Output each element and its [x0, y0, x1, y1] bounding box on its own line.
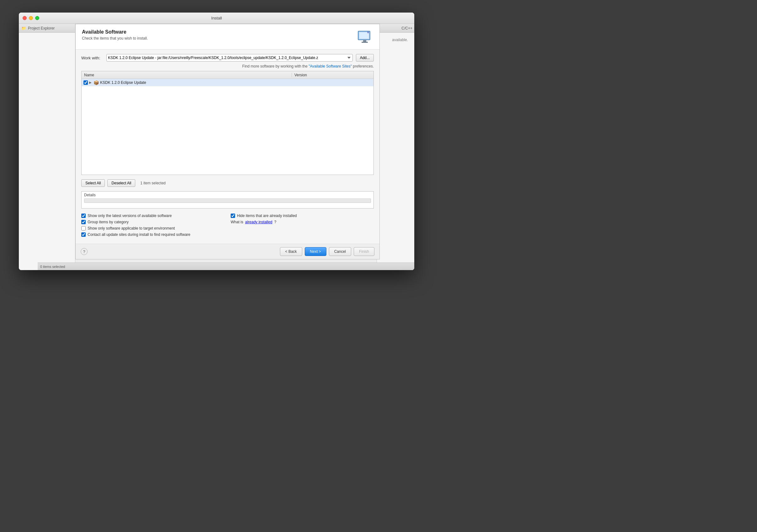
dialog-header: Available Software Check the items that …: [76, 24, 379, 49]
available-software-sites-link[interactable]: "Available Software Sites": [309, 64, 352, 69]
option-item-3: Show only software applicable to target …: [81, 226, 225, 231]
table-header: Name Version: [81, 71, 374, 79]
project-explorer-header: 📁 Project Explorer: [19, 24, 75, 33]
software-sites-row: Find more software by working with the "…: [81, 64, 374, 69]
option-label-1: Show only the latest versions of availab…: [88, 213, 172, 218]
window-title: Install: [211, 16, 222, 20]
window: Install 📁 Project Explorer C/C++ availab…: [19, 13, 414, 270]
svg-rect-4: [362, 42, 368, 43]
option-item-already: What is already installed ?: [231, 220, 374, 224]
ide-right-toolbar: C/C++: [377, 24, 414, 33]
ide-sidebar: 📁 Project Explorer: [19, 24, 75, 270]
selected-count: 1 item selected: [140, 181, 166, 185]
help-button[interactable]: ?: [81, 248, 88, 255]
select-all-button[interactable]: Select All: [81, 179, 105, 187]
option-label-2: Group items by category: [88, 220, 129, 224]
row-checkbox[interactable]: [83, 80, 88, 85]
ide-right-panel: C/C++: [377, 24, 414, 270]
table-row[interactable]: ▶ 📦 KSDK 1.2.0 Eclipse Update: [81, 79, 374, 86]
cpp-label: C/C++: [401, 26, 412, 30]
details-section: Details: [81, 191, 374, 208]
dialog-subtitle: Check the items that you wish to install…: [82, 36, 148, 41]
maximize-button[interactable]: [35, 16, 39, 20]
deselect-all-button[interactable]: Deselect All: [107, 179, 135, 187]
work-with-row: Work with: KSDK 1.2.0 Eclipse Update - j…: [81, 54, 374, 62]
option-checkbox-2[interactable]: [81, 220, 86, 224]
dialog-icon-container: [357, 29, 373, 46]
already-installed-suffix: ?: [274, 220, 277, 224]
expand-arrow-icon[interactable]: ▶: [89, 81, 92, 84]
option-item-4: Contact all update sites during install …: [81, 233, 225, 237]
title-bar: Install: [19, 13, 414, 24]
software-table: Name Version ▶ 📦 KSDK 1.2.0 Eclipse Upda…: [81, 71, 374, 175]
status-text: 0 items selected: [40, 265, 65, 268]
footer-left: ?: [81, 248, 88, 255]
option-item-2: Group items by category: [81, 220, 225, 224]
svg-point-6: [368, 32, 369, 33]
package-icon: 📦: [94, 80, 99, 85]
col-version-header: Version: [292, 73, 374, 77]
option-checkbox-3[interactable]: [81, 226, 86, 231]
details-progress-bar: [84, 199, 371, 203]
svg-rect-2: [359, 32, 369, 39]
already-installed-prefix: What is: [231, 220, 243, 224]
option-checkbox-hide[interactable]: [231, 213, 235, 218]
option-label-4: Contact all update sites during install …: [88, 233, 191, 237]
close-button[interactable]: [23, 16, 27, 20]
option-item-hide: Hide items that are already installed: [231, 213, 374, 218]
row-name-label: KSDK 1.2.0 Eclipse Update: [100, 80, 146, 85]
option-checkbox-4[interactable]: [81, 233, 86, 237]
option-label-3: Show only software applicable to target …: [88, 226, 175, 231]
folder-icon: 📁: [21, 26, 26, 30]
work-with-select[interactable]: KSDK 1.2.0 Eclipse Update - jar:file:/Us…: [106, 54, 353, 62]
sidebar-label: Project Explorer: [28, 26, 55, 30]
back-button[interactable]: < Back: [280, 247, 302, 256]
col-name-header: Name: [81, 73, 292, 77]
svg-rect-3: [363, 40, 366, 42]
install-dialog: Available Software Check the items that …: [75, 24, 380, 260]
traffic-lights: [23, 16, 39, 20]
select-deselect-row: Select All Deselect All 1 item selected: [81, 177, 374, 189]
details-label: Details: [84, 193, 371, 197]
next-button[interactable]: Next >: [305, 247, 326, 256]
already-installed-link[interactable]: already installed: [245, 220, 272, 224]
table-body: ▶ 📦 KSDK 1.2.0 Eclipse Update: [81, 79, 374, 174]
add-button[interactable]: Add...: [356, 54, 374, 62]
option-label-hide: Hide items that are already installed: [237, 213, 297, 218]
software-sites-prefix: Find more software by working with the: [242, 64, 309, 69]
minimize-button[interactable]: [29, 16, 33, 20]
option-item-1: Show only the latest versions of availab…: [81, 213, 225, 218]
dialog-body: Work with: KSDK 1.2.0 Eclipse Update - j…: [76, 49, 379, 244]
work-with-label: Work with:: [81, 56, 103, 60]
software-sites-suffix: preferences.: [353, 64, 374, 69]
footer-right: < Back Next > Cancel Finish: [280, 247, 375, 256]
option-checkbox-1[interactable]: [81, 213, 86, 218]
table-row-name-cell: ▶ 📦 KSDK 1.2.0 Eclipse Update: [81, 80, 292, 85]
cancel-button[interactable]: Cancel: [329, 247, 351, 256]
dialog-header-text: Available Software Check the items that …: [82, 29, 148, 41]
monitor-icon: [357, 29, 373, 45]
not-available-text: available.: [392, 38, 408, 42]
status-bar: 0 items selected: [38, 263, 414, 270]
options-section: Show only the latest versions of availab…: [81, 211, 374, 239]
dialog-footer: ? < Back Next > Cancel Finish: [76, 244, 379, 259]
finish-button[interactable]: Finish: [354, 247, 375, 256]
dialog-title: Available Software: [82, 29, 148, 35]
